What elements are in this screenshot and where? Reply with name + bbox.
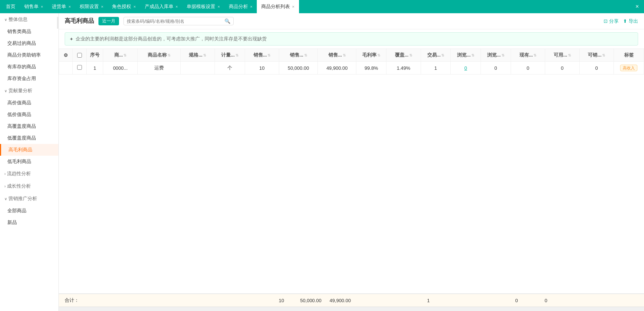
sidebar-group-growth[interactable]: › 成长性分析 <box>0 180 58 192</box>
share-button[interactable]: ⊡ 分享 <box>604 18 619 25</box>
group-arrow-trend: › <box>4 172 6 176</box>
cell-current-stock: 0 <box>511 62 545 75</box>
th-coverage[interactable]: 覆盖...⇅ <box>386 49 421 62</box>
search-box: 🔍 <box>123 17 234 25</box>
th-unit[interactable]: 计量...⇅ <box>215 49 245 62</box>
share-icon: ⊡ <box>604 18 608 24</box>
sort-icon-saleable[interactable]: ⇅ <box>602 53 605 57</box>
sort-icon-gross-margin[interactable]: ⇅ <box>377 53 380 57</box>
header-actions: ⊡ 分享 ⬆ 导出 <box>604 18 638 25</box>
footer-total-row: 合计： 10 50,000.00 49,900.00 1 0 0 <box>59 293 644 307</box>
sidebar-item-high-value[interactable]: 高价值商品 <box>0 97 58 109</box>
search-input[interactable] <box>127 19 224 24</box>
sort-icon-browse2[interactable]: ⇅ <box>501 53 504 57</box>
page-title: 高毛利商品 <box>65 17 94 25</box>
th-sales-qty[interactable]: 销售...⇅ <box>245 49 279 62</box>
export-button[interactable]: ⬆ 导出 <box>623 18 638 25</box>
th-sales-amount[interactable]: 销售...⇅ <box>279 49 318 62</box>
sidebar-item-all-goods[interactable]: 全部商品 <box>0 205 58 217</box>
sidebar-item-high-coverage[interactable]: 高覆盖度商品 <box>0 120 58 132</box>
sidebar-item-category-sales-rate[interactable]: 商品分类助销率 <box>0 49 58 61</box>
th-current-stock[interactable]: 现有...⇅ <box>511 49 545 62</box>
sort-icon-current-stock[interactable]: ⇅ <box>533 53 536 57</box>
close-sales-order[interactable]: × <box>41 4 43 9</box>
nav-home[interactable]: 首页 <box>1 0 20 13</box>
sidebar-group-contribution[interactable]: ∨ 贡献量分析 <box>0 84 58 97</box>
nav-permission-settings[interactable]: 权限设置 × <box>75 0 108 13</box>
nav-sales-order[interactable]: 销售单 × <box>20 0 47 13</box>
horizontal-scrollbar[interactable] <box>59 307 644 311</box>
nav-role-auth[interactable]: 角色授权 × <box>108 0 140 13</box>
group-arrow-contribution: ∨ <box>4 89 7 93</box>
cell-settings <box>59 62 73 75</box>
close-product-analysis[interactable]: × <box>250 4 252 9</box>
sidebar-item-low-value[interactable]: 低价值商品 <box>0 109 58 120</box>
close-role-auth[interactable]: × <box>133 4 136 9</box>
nav-product-analysis-list[interactable]: 商品分析列表 × <box>257 0 299 13</box>
sort-icon-sales-qty[interactable]: ⇅ <box>267 53 270 57</box>
th-sales-profit[interactable]: 销售...⇅ <box>318 49 356 62</box>
sidebar-group-overall-info[interactable]: ∨ 整体信息 <box>0 13 58 26</box>
th-code[interactable]: 商...⇅ <box>103 49 137 62</box>
th-checkbox[interactable] <box>73 49 86 62</box>
sort-icon-browse1[interactable]: ⇅ <box>471 53 474 57</box>
close-all-tabs[interactable]: × <box>632 3 643 10</box>
cell-browse2: 0 <box>481 62 511 75</box>
sidebar-item-stock-capital[interactable]: 库存资金占用 <box>0 73 58 84</box>
sidebar-collapse-button[interactable]: « <box>57 17 59 29</box>
sort-icon-coverage[interactable]: ⇅ <box>409 53 412 57</box>
sort-icon-available[interactable]: ⇅ <box>568 53 571 57</box>
content-area: 高毛利商品 近一月 🔍 ⊡ 分享 ⬆ 导出 ✦ 企业的主要的利润都是这部分商品创… <box>59 13 644 311</box>
th-gross-margin[interactable]: 毛利率⇅ <box>356 49 386 62</box>
close-template-settings[interactable]: × <box>217 4 220 9</box>
sidebar-item-sales-goods[interactable]: 销售类商品 <box>0 26 58 37</box>
sidebar-group-marketing[interactable]: ∨ 营销推广分析 <box>0 192 58 205</box>
row-checkbox[interactable] <box>77 65 82 70</box>
nav-product-analysis[interactable]: 商品分析 × <box>224 0 257 13</box>
cell-tag: 高收入 <box>614 62 644 75</box>
group-arrow-marketing: ∨ <box>4 197 7 201</box>
sort-icon-name[interactable]: ⇅ <box>168 53 170 57</box>
close-product-analysis-list[interactable]: × <box>292 4 294 9</box>
sort-icon-unit[interactable]: ⇅ <box>235 53 238 57</box>
th-browse2[interactable]: 浏览...⇅ <box>481 49 511 62</box>
th-index: 序号 <box>86 49 103 62</box>
export-icon: ⬆ <box>623 18 627 24</box>
sort-icon-spec[interactable]: ⇅ <box>203 53 206 57</box>
sort-icon-sales-profit[interactable]: ⇅ <box>343 53 346 57</box>
sidebar-item-traded-goods[interactable]: 交易过的商品 <box>0 37 58 49</box>
th-settings[interactable]: ⚙ <box>59 49 73 62</box>
time-filter-button[interactable]: 近一月 <box>98 17 119 25</box>
th-spec[interactable]: 规格...⇅ <box>180 49 215 62</box>
select-all-checkbox[interactable] <box>77 53 82 58</box>
nav-purchase-order[interactable]: 进货单 × <box>47 0 75 13</box>
main-layout: « ∨ 整体信息 销售类商品 交易过的商品 商品分类助销率 有库存的商品 库存资… <box>0 13 644 311</box>
nav-finished-goods[interactable]: 产成品入库单 × <box>140 0 182 13</box>
sidebar-item-low-margin[interactable]: 低毛利商品 <box>0 156 58 167</box>
cell-checkbox[interactable] <box>73 62 86 75</box>
sidebar-item-new-goods[interactable]: 新品 <box>0 217 58 228</box>
sort-icon-sales-amount[interactable]: ⇅ <box>304 53 307 57</box>
th-saleable[interactable]: 可销...⇅ <box>579 49 614 62</box>
nav-template-settings[interactable]: 单据模板设置 × <box>182 0 224 13</box>
cell-browse1[interactable]: 0 <box>451 62 481 75</box>
close-finished-goods[interactable]: × <box>176 4 178 9</box>
th-name[interactable]: 商品名称⇅ <box>137 49 180 62</box>
close-permission-settings[interactable]: × <box>101 4 103 9</box>
sidebar-item-low-coverage[interactable]: 低覆盖度商品 <box>0 132 58 144</box>
close-purchase-order[interactable]: × <box>68 4 71 9</box>
footer-current-stock: 0 <box>502 298 531 303</box>
cell-unit: 个 <box>215 62 245 75</box>
th-available[interactable]: 可用...⇅ <box>545 49 579 62</box>
cell-code: 0000... <box>103 62 137 75</box>
sort-icon-code[interactable]: ⇅ <box>123 53 126 57</box>
th-trade[interactable]: 交易...⇅ <box>421 49 451 62</box>
sort-icon-trade[interactable]: ⇅ <box>441 53 444 57</box>
th-browse1[interactable]: 浏览...⇅ <box>451 49 481 62</box>
sidebar-item-high-margin[interactable]: 高毛利商品 <box>0 144 58 156</box>
sidebar-group-trend[interactable]: › 流趋性分析 <box>0 167 58 180</box>
cell-spec <box>180 62 215 75</box>
search-icon[interactable]: 🔍 <box>224 18 230 24</box>
info-banner: ✦ 企业的主要的利润都是这部分商品创造的，可考虑加大推广，同时关注库存是不要出现… <box>65 32 638 46</box>
sidebar-item-in-stock-goods[interactable]: 有库存的商品 <box>0 61 58 73</box>
